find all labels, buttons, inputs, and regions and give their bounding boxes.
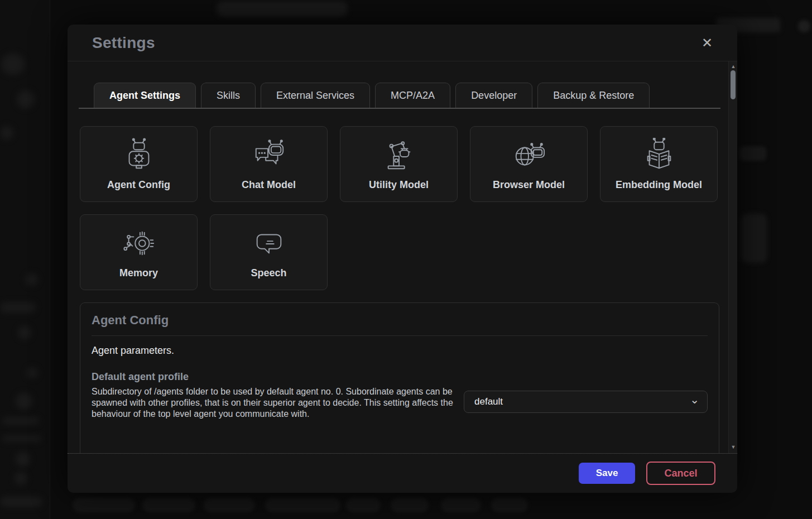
scroll-down-icon[interactable]: ▼ [729, 444, 737, 450]
dimmed-toolbar-button [204, 498, 255, 512]
tab-skills[interactable]: Skills [201, 83, 256, 108]
tab-developer[interactable]: Developer [455, 83, 532, 108]
card-label: Utility Model [369, 179, 429, 191]
settings-tabs: Agent Settings Skills External Services … [94, 83, 650, 108]
dimmed-toolbar-button [391, 498, 429, 512]
card-browser-model[interactable]: Browser Model [470, 126, 588, 202]
dimmed-sidebar-icon [16, 452, 30, 467]
dimmed-sidebar-icon [16, 393, 32, 410]
dimmed-sidebar-icon [27, 367, 38, 378]
tab-agent-settings[interactable]: Agent Settings [94, 83, 196, 108]
settings-modal: Settings ✕ Agent Settings Skills Externa… [68, 25, 737, 493]
robot-book-icon [642, 138, 676, 175]
dimmed-suggestion-text [217, 1, 348, 17]
dimmed-sidebar-item [0, 302, 36, 313]
cancel-button[interactable]: Cancel [646, 462, 715, 485]
dimmed-sidebar-icon [17, 90, 35, 108]
dimmed-sidebar-item [2, 417, 39, 424]
default-agent-profile-select[interactable]: default ⌄ [464, 391, 708, 413]
tab-external-services[interactable]: External Services [261, 83, 370, 108]
tab-backup-restore[interactable]: Backup & Restore [537, 83, 650, 108]
card-label: Embedding Model [616, 179, 702, 191]
dimmed-toolbar-button [73, 498, 135, 512]
circuit-gear-icon [122, 226, 156, 263]
tabs-underline [79, 108, 720, 109]
dimmed-toolbar-button [346, 498, 381, 512]
chevron-down-icon: ⌄ [690, 397, 699, 402]
card-label: Memory [119, 267, 158, 279]
dimmed-sidebar-icon [26, 273, 38, 286]
dimmed-sidebar-item [2, 436, 41, 441]
robot-globe-icon [512, 138, 546, 175]
modal-title: Settings [92, 34, 155, 52]
robot-gear-icon [122, 138, 156, 175]
speech-bubble-icon [252, 226, 286, 263]
app-screen: Settings ✕ Agent Settings Skills Externa… [0, 0, 812, 519]
dimmed-sidebar-icon [18, 326, 31, 339]
card-utility-model[interactable]: Utility Model [340, 126, 458, 202]
dimmed-avatar [798, 20, 810, 32]
card-label: Chat Model [242, 179, 296, 191]
dimmed-toolbar-button [142, 498, 195, 512]
section-subtitle: Agent parameters. [92, 345, 708, 357]
modal-body: Agent Settings Skills External Services … [68, 61, 737, 453]
default-agent-profile-field: Default agent profile Subdirectory of /a… [92, 371, 708, 420]
card-label: Speech [251, 267, 286, 279]
dimmed-toolbar-button [441, 498, 481, 512]
scroll-up-icon[interactable]: ▲ [729, 64, 737, 69]
scrollbar-thumb[interactable] [731, 70, 736, 99]
card-memory[interactable]: Memory [80, 214, 198, 290]
modal-footer: Save Cancel [68, 453, 737, 493]
save-button[interactable]: Save [579, 463, 635, 484]
settings-cards: Agent Config Chat [80, 126, 733, 290]
field-description: Subdirectory of /agents folder to be use… [92, 386, 453, 420]
card-speech[interactable]: Speech [210, 214, 328, 290]
close-icon[interactable]: ✕ [697, 34, 717, 52]
dimmed-sidebar-icon [0, 126, 13, 140]
dimmed-side-control [739, 146, 766, 161]
modal-scrollbar[interactable]: ▲ ▼ [728, 61, 737, 453]
card-chat-model[interactable]: Chat Model [210, 126, 328, 202]
dimmed-toolbar-button [265, 498, 340, 512]
section-title: Agent Config [92, 313, 708, 328]
dimmed-toolbar-button [491, 498, 528, 512]
select-value: default [474, 396, 503, 407]
card-label: Browser Model [493, 179, 565, 191]
robot-arm-icon [382, 138, 416, 175]
modal-header: Settings ✕ [68, 25, 737, 61]
section-divider [92, 335, 708, 336]
dimmed-sidebar [0, 0, 50, 519]
card-embedding-model[interactable]: Embedding Model [600, 126, 718, 202]
robot-chat-icon [252, 138, 286, 175]
dimmed-sidebar-icon [1, 54, 25, 75]
dimmed-side-panel [741, 214, 767, 263]
card-agent-config[interactable]: Agent Config [80, 126, 198, 202]
field-label: Default agent profile [92, 371, 708, 383]
dimmed-toolbar [0, 493, 812, 519]
agent-config-section: Agent Config Agent parameters. Default a… [80, 302, 719, 453]
card-label: Agent Config [107, 179, 170, 191]
tab-mcp-a2a[interactable]: MCP/A2A [375, 83, 450, 108]
dimmed-sidebar-icon [15, 472, 27, 484]
